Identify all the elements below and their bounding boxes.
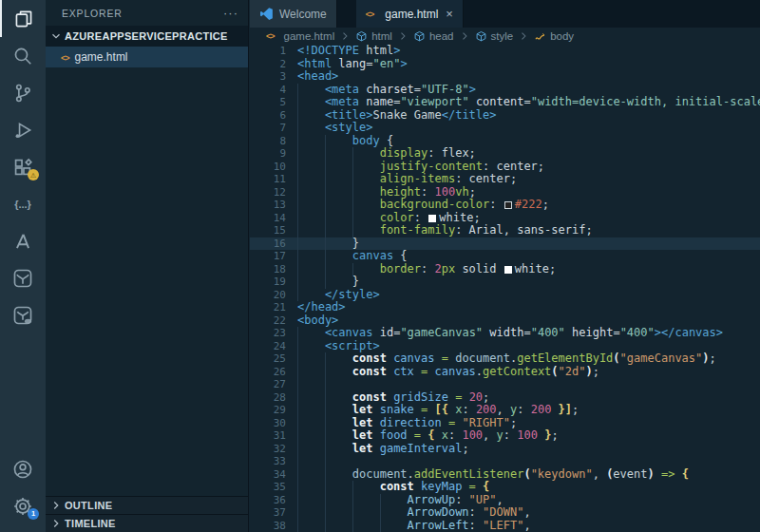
activity-account[interactable]: [0, 450, 46, 487]
line-number: 24: [250, 340, 286, 353]
vscode-logo-icon: [259, 7, 274, 21]
code-line[interactable]: 12height: 100vh;: [250, 186, 760, 200]
code-line[interactable]: 34document.addEventListener("keydown", (…: [250, 468, 760, 482]
line-number: 22: [250, 314, 286, 328]
code-line[interactable]: 36ArrowUp: "UP",: [250, 494, 760, 507]
line-number: 21: [250, 301, 286, 314]
activity-source-control[interactable]: [0, 74, 46, 111]
code-text: <script>: [297, 340, 380, 353]
code-area[interactable]: 1<!DOCTYPE html>2<html lang="en">3<head>…: [250, 45, 760, 532]
code-line[interactable]: 10justify-content: center;: [250, 161, 760, 174]
code-text: border: 2px solid white;: [297, 263, 556, 276]
close-icon[interactable]: ×: [446, 8, 453, 20]
activity-extensions[interactable]: ⚠: [0, 148, 46, 185]
activity-azure[interactable]: [0, 222, 46, 259]
code-file-icon: <>: [366, 10, 380, 19]
line-number: 26: [250, 366, 286, 379]
code-line[interactable]: 8body {: [250, 135, 760, 148]
activity-azure-service-1[interactable]: [0, 259, 46, 296]
panel-timeline[interactable]: TIMELINE: [46, 514, 248, 532]
code-line[interactable]: 13background-color: #222;: [250, 199, 760, 212]
code-line[interactable]: 35const keyMap = {: [250, 481, 760, 494]
code-text: height: 100vh;: [297, 186, 476, 200]
code-line[interactable]: 27: [250, 378, 760, 391]
activity-search[interactable]: [0, 37, 46, 74]
code-line[interactable]: 1<!DOCTYPE html>: [250, 45, 760, 58]
line-number: 14: [250, 212, 286, 225]
code-line[interactable]: 6<title>Snake Game</title>: [250, 109, 760, 123]
code-line[interactable]: 33: [250, 455, 760, 468]
file-item-game.html[interactable]: <>game.html: [46, 47, 248, 67]
code-line[interactable]: 32let gameInterval;: [250, 443, 760, 456]
code-line[interactable]: 16}: [250, 238, 760, 251]
code-text: let food = { x: 100, y: 100 };: [297, 429, 559, 443]
panel-outline[interactable]: OUTLINE: [46, 496, 248, 514]
breadcrumb-separator-icon: [518, 30, 529, 42]
code-line[interactable]: 25const canvas = document.getElementById…: [250, 352, 760, 366]
code-line[interactable]: 31let food = { x: 100, y: 100 };: [250, 429, 760, 443]
activity-explorer[interactable]: [0, 0, 46, 37]
line-number: 8: [250, 135, 286, 148]
project-folder-header[interactable]: AZUREAPPSERVICEPRACTICE: [46, 26, 248, 47]
code-line[interactable]: 9display: flex;: [250, 147, 760, 161]
code-text: ArrowLeft: "LEFT",: [297, 520, 531, 532]
line-number: 20: [250, 289, 286, 302]
code-line[interactable]: 29let snake = [{ x: 200, y: 200 }];: [250, 404, 760, 417]
run-debug-icon: [12, 120, 33, 141]
code-line[interactable]: 21</head>: [250, 301, 760, 314]
code-line[interactable]: 5<meta name="viewport" content="width=de…: [250, 96, 760, 109]
code-line[interactable]: 18border: 2px solid white;: [250, 263, 760, 276]
activity-azure-service-2[interactable]: [0, 296, 46, 333]
crumb-label: style: [491, 30, 514, 42]
line-number: 9: [250, 147, 286, 161]
crumb-html[interactable]: html: [355, 30, 392, 43]
code-line[interactable]: 4<meta charset="UTF-8">: [250, 84, 760, 97]
code-line[interactable]: 38ArrowLeft: "LEFT",: [250, 520, 760, 532]
code-line[interactable]: 37ArrowDown: "DOWN",: [250, 506, 760, 520]
code-line[interactable]: 30let direction = "RIGHT";: [250, 417, 760, 430]
more-actions-icon[interactable]: ···: [223, 6, 238, 20]
file-label: game.html: [75, 50, 128, 64]
code-line[interactable]: 26const ctx = canvas.getContext("2d");: [250, 366, 760, 379]
crumb-game-html[interactable]: <>game.html: [266, 30, 334, 42]
notification-badge: 1: [28, 508, 39, 520]
code-line[interactable]: 14color: white;: [250, 212, 760, 225]
activity-run-debug[interactable]: [0, 111, 46, 148]
color-swatch-white[interactable]: [504, 266, 512, 274]
line-number: 34: [250, 468, 286, 482]
code-line[interactable]: 11align-items: center;: [250, 173, 760, 186]
color-swatch-white[interactable]: [428, 215, 436, 222]
color-swatch-dark[interactable]: [504, 201, 512, 209]
line-number: 19: [250, 276, 286, 289]
code-line[interactable]: 15font-family: Arial, sans-serif;: [250, 224, 760, 238]
code-line[interactable]: 22<body>: [250, 314, 760, 328]
tab-welcome[interactable]: Welcome: [250, 0, 337, 28]
code-text: <body>: [297, 314, 338, 328]
code-line[interactable]: 24<script>: [250, 340, 760, 353]
crumb-style[interactable]: style: [475, 30, 514, 43]
line-number: 16: [250, 238, 286, 251]
explorer-sidebar: EXPLORER ··· AZUREAPPSERVICEPRACTICE <>g…: [46, 0, 249, 532]
activity-braces[interactable]: {...}: [0, 185, 46, 222]
code-line[interactable]: 2<html lang="en">: [250, 58, 760, 71]
code-line[interactable]: 28const gridSize = 20;: [250, 391, 760, 405]
code-line[interactable]: 7<style>: [250, 122, 760, 135]
code-line[interactable]: 20</style>: [250, 289, 760, 302]
cube-icon: [475, 30, 487, 43]
line-number: 5: [250, 96, 286, 109]
code-line[interactable]: 17canvas {: [250, 250, 760, 263]
code-line[interactable]: 19}: [250, 276, 760, 289]
code-icon: <>: [266, 31, 280, 41]
tab-game-html[interactable]: <>game.html×: [356, 0, 464, 28]
crumb-label: html: [371, 30, 392, 42]
crumb-body[interactable]: body: [534, 30, 574, 43]
code-line[interactable]: 23<canvas id="gameCanvas" width="400" he…: [250, 327, 760, 340]
crumb-head[interactable]: head: [413, 30, 454, 43]
code-text: canvas {: [297, 250, 408, 263]
code-line[interactable]: 3<head>: [250, 70, 760, 84]
azure-service-2-icon: [12, 305, 33, 326]
azure-icon: [12, 231, 33, 252]
crumb-label: game.html: [284, 30, 335, 42]
activity-settings[interactable]: 1: [0, 487, 46, 524]
code-text: justify-content: center;: [297, 161, 544, 174]
